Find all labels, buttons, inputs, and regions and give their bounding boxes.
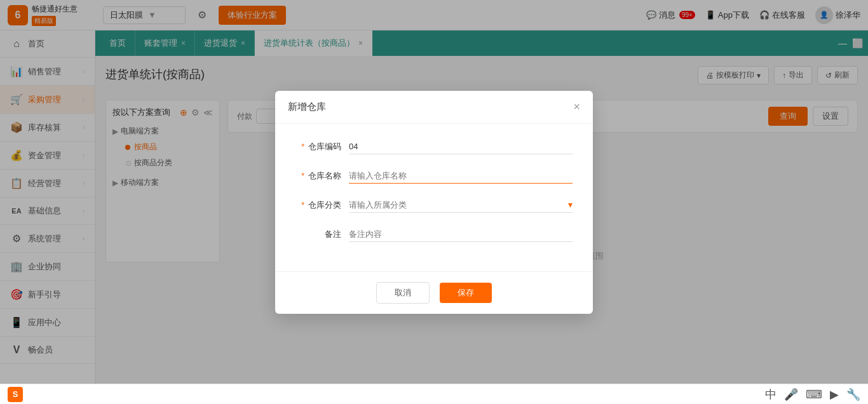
dialog-footer: 取消 保存 [275, 271, 593, 314]
chinese-input-icon[interactable]: 中 [765, 387, 776, 402]
form-control-remark [349, 227, 573, 242]
mic-icon[interactable]: 🎤 [784, 387, 798, 401]
category-dropdown-icon: ▾ [568, 199, 573, 210]
cancel-button[interactable]: 取消 [376, 282, 430, 304]
form-control-category: ▾ [349, 198, 573, 213]
form-label-name: 仓库名称 [295, 170, 341, 182]
play-icon[interactable]: ▶ [830, 387, 839, 401]
warehouse-name-input[interactable] [349, 168, 573, 184]
form-row-remark: 备注 [295, 227, 573, 242]
form-label-code: 仓库编码 [295, 141, 341, 152]
dialog-close-button[interactable]: × [573, 101, 580, 112]
warehouse-code-input[interactable] [349, 139, 573, 154]
form-label-remark: 备注 [295, 229, 341, 240]
dialog-body: 仓库编码 仓库名称 仓库分类 [275, 124, 593, 271]
keyboard-icon[interactable]: ⌨ [806, 387, 822, 401]
new-warehouse-dialog: 新增仓库 × 仓库编码 仓库名称 [275, 91, 593, 314]
warehouse-category-input[interactable] [349, 198, 568, 212]
dialog-title: 新增仓库 [288, 101, 326, 113]
form-row-category: 仓库分类 ▾ [295, 198, 573, 213]
warehouse-remark-input[interactable] [349, 227, 573, 242]
save-button[interactable]: 保存 [440, 283, 492, 303]
s-logo: S [8, 387, 23, 402]
form-control-name [349, 168, 573, 184]
bottom-bar: S 中 🎤 ⌨ ▶ 🔧 [0, 384, 868, 404]
category-select-wrap[interactable]: ▾ [349, 198, 573, 213]
bottom-logo: S [8, 387, 23, 402]
settings-icon[interactable]: 🔧 [846, 387, 860, 401]
modal-overlay: 新增仓库 × 仓库编码 仓库名称 [0, 0, 868, 404]
dialog-header: 新增仓库 × [275, 91, 593, 124]
form-control-code [349, 139, 573, 154]
form-row-name: 仓库名称 [295, 168, 573, 184]
form-row-code: 仓库编码 [295, 139, 573, 154]
form-label-category: 仓库分类 [295, 199, 341, 211]
